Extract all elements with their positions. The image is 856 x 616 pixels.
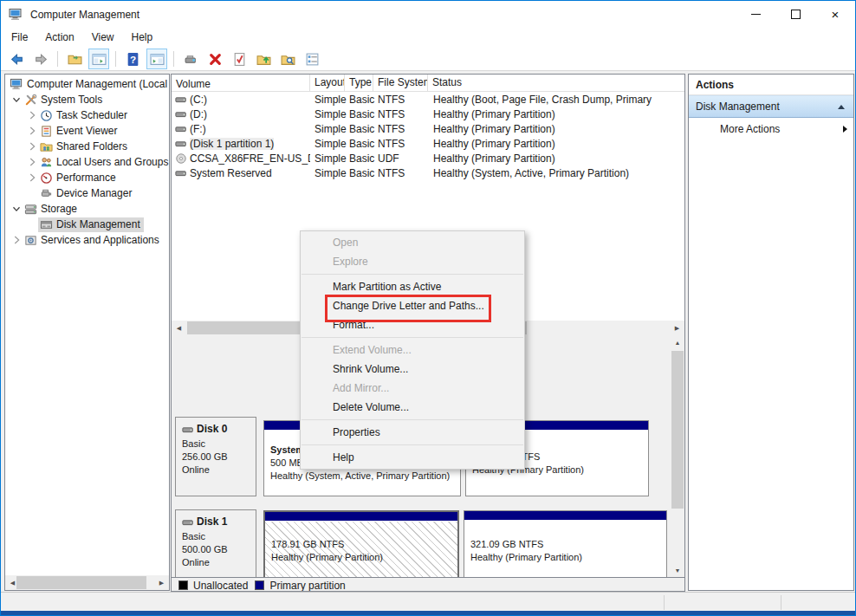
chevron-right-icon[interactable] [26,156,38,168]
tree-item-performance[interactable]: Performance [5,170,169,185]
close-button[interactable]: × [815,1,855,28]
close-icon: × [832,8,840,21]
menu-item-delete-volume[interactable]: Delete Volume... [301,398,524,417]
folder-up-icon [256,52,271,67]
tree-item-services-and-applications[interactable]: Services and Applications [5,232,169,248]
volume-row-ccsa[interactable]: CCSA_X86FRE_EN-US_DV5 (Z:) Simple Basic … [172,151,684,165]
properties-icon [305,52,320,67]
scroll-left-button[interactable]: ◀ [172,321,186,335]
tree-horizontal-scrollbar[interactable]: ◀ ▶ [5,575,169,590]
forward-button[interactable] [30,49,51,69]
rescan-disks-icon [184,52,198,67]
tree-item-system-tools[interactable]: System Tools [5,92,169,107]
collapse-arrow-icon[interactable] [838,105,845,109]
menu-action[interactable]: Action [36,28,82,48]
show-console-tree-button[interactable] [88,49,109,69]
delete-button[interactable] [204,49,225,69]
menu-item-open[interactable]: Open [301,233,524,252]
actions-group-disk-management[interactable]: Disk Management [689,95,853,118]
menu-item-properties[interactable]: Properties [301,423,524,442]
status-separator [664,595,665,610]
chevron-down-icon[interactable] [10,203,23,215]
disk1-partition-1-selected[interactable]: 178.91 GB NTFS Healthy (Primary Partitio… [263,510,459,577]
chevron-right-icon[interactable] [26,172,38,184]
drive-icon [175,94,187,106]
menu-item-shrink-volume[interactable]: Shrink Volume... [301,360,524,379]
maximize-button[interactable] [775,1,815,28]
partition-color-bar [265,512,457,522]
menu-item-mark-partition-as-active[interactable]: Mark Partition as Active [301,277,524,296]
column-file-system[interactable]: File System [373,75,428,91]
volume-row-c[interactable]: (C:) Simple Basic NTFS Healthy (Boot, Pa… [172,92,684,107]
properties-button[interactable] [302,49,322,69]
tree-item-storage[interactable]: Storage [5,201,169,217]
scroll-up-button[interactable]: ▲ [671,335,684,349]
tree-item-task-scheduler[interactable]: Task Scheduler [5,107,169,123]
menu-separator [302,419,523,420]
column-volume[interactable]: Volume [172,75,310,91]
tree-item-computer-management[interactable]: Computer Management (Local [5,76,169,92]
performance-icon [40,172,53,185]
column-layout[interactable]: Layout [310,75,345,91]
chevron-right-icon[interactable] [26,125,38,137]
volume-row-d[interactable]: (D:) Simple Basic NTFS Healthy (Primary … [172,107,684,121]
scroll-right-button[interactable]: ▶ [154,575,169,590]
column-type[interactable]: Type [345,75,373,91]
chevron-right-icon[interactable] [10,234,23,246]
disk1-label[interactable]: Disk 1 Basic 500.00 GB Online [175,509,256,577]
event-viewer-icon [40,125,53,138]
folder-search-icon [281,52,295,67]
volume-row-f[interactable]: (F:) Simple Basic NTFS Healthy (Primary … [172,121,684,136]
device-manager-icon [40,187,53,200]
chevron-right-icon[interactable] [26,140,38,152]
menu-help[interactable]: Help [123,28,162,48]
menu-item-help[interactable]: Help [301,448,524,467]
storage-icon [24,203,37,216]
disk0-label[interactable]: Disk 0 Basic 256.00 GB Online [175,417,256,496]
menu-item-explore[interactable]: Explore [301,252,524,271]
check-document-button[interactable] [229,49,250,69]
back-button[interactable] [6,49,27,69]
column-status[interactable]: Status [428,75,684,91]
legend-bar: Unallocated Primary partition [172,577,684,592]
menu-file[interactable]: File [3,28,36,48]
show-action-pane-button[interactable] [146,49,167,69]
rescan-disks-button[interactable] [180,49,201,69]
folder-search-button[interactable] [277,49,298,69]
scroll-thumb[interactable] [16,576,146,589]
chevron-down-icon[interactable] [10,94,23,106]
disk-vertical-scrollbar[interactable]: ▲ ▼ [671,335,684,577]
volume-row-disk1-partition1[interactable]: (Disk 1 partition 1) Simple Basic NTFS H… [172,136,684,151]
tree-item-disk-management[interactable]: Disk Management [5,217,169,232]
more-actions-item[interactable]: More Actions [689,118,853,140]
volume-row-system-reserved[interactable]: System Reserved Simple Basic NTFS Health… [172,165,684,180]
disk1-partition-2[interactable]: 321.09 GB NTFS Healthy (Primary Partitio… [464,510,667,577]
up-folder-button[interactable] [64,49,85,69]
console-tree-panel: Computer Management (Local System Tools … [4,74,170,591]
scroll-down-button[interactable]: ▼ [671,563,684,577]
tree-item-local-users-and-groups[interactable]: Local Users and Groups [5,154,169,170]
task-scheduler-icon [40,109,53,122]
tree-item-event-viewer[interactable]: Event Viewer [5,123,169,139]
tree-item-shared-folders[interactable]: Shared Folders [5,139,169,154]
menu-item-extend-volume[interactable]: Extend Volume... [301,340,524,360]
legend-unallocated-label: Unallocated [193,580,248,592]
check-document-icon [232,52,247,67]
title-bar: Computer Management × [1,1,855,28]
red-highlight-box [325,295,491,322]
menu-item-add-mirror[interactable]: Add Mirror... [301,379,524,398]
scroll-right-button[interactable]: ▶ [670,321,684,335]
chevron-right-icon[interactable] [26,109,38,121]
scroll-thumb[interactable] [671,351,684,509]
computer-icon [10,78,23,91]
toolbar [1,48,855,71]
drive-icon [175,108,187,120]
tree-item-device-manager[interactable]: Device Manager [5,185,169,201]
drive-icon [175,138,187,150]
help-button[interactable] [122,49,143,69]
menu-view[interactable]: View [83,28,123,48]
minimize-button[interactable] [736,1,775,28]
toolbar-separator [173,51,174,67]
show-console-tree-icon [92,52,107,67]
folder-up-button[interactable] [253,49,274,69]
